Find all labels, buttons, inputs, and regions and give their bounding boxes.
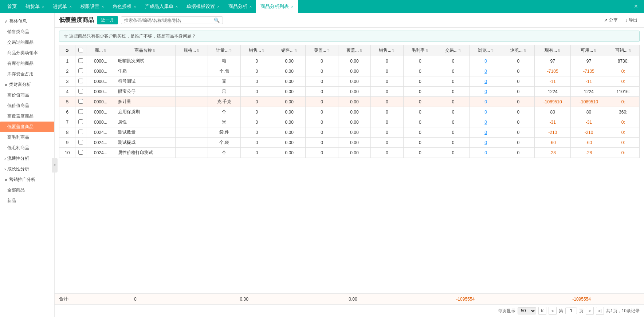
row-select-checkbox[interactable] [78,99,83,104]
col-sales-amt[interactable]: 销售...⇅ [273,45,305,56]
row-code: 0024... [86,138,115,148]
row-select-checkbox[interactable] [78,150,83,155]
search-input[interactable] [124,18,214,23]
row-browse1[interactable]: 0 [470,87,502,97]
sidebar-item-stocked-goods[interactable]: 有库存的商品 [0,58,54,69]
col-cov2[interactable]: 覆盖...⇅ [338,45,370,56]
row-select-checkbox[interactable] [78,89,83,94]
row-select-checkbox[interactable] [78,79,83,83]
row-browse1[interactable]: 0 [470,97,502,107]
page-number-input[interactable] [565,308,577,314]
col-unit[interactable]: 计量...⇅ [208,45,240,56]
row-browse1[interactable]: 0 [470,107,502,117]
sidebar-collapse-button[interactable]: « [52,158,58,173]
col-sales-qty[interactable]: 销售...⇅ [240,45,273,56]
col-checkbox[interactable] [75,45,86,56]
row-checkbox[interactable] [75,127,86,138]
row-name: 属性 [115,117,176,127]
row-checkbox[interactable] [75,117,86,127]
row-browse2: 0 [502,138,534,148]
nav-close-sales[interactable]: × [42,4,44,9]
col-current[interactable]: 现有...⇅ [535,45,571,56]
row-browse1[interactable]: 0 [470,76,502,87]
sidebar-section-marketing[interactable]: ∨ 营销推广分析 [0,174,54,185]
sidebar-item-all-goods[interactable]: 全部商品 [0,185,54,195]
row-select-checkbox[interactable] [78,130,83,134]
row-checkbox[interactable] [75,107,86,117]
nav-item-home[interactable]: 首页 [3,0,21,13]
row-checkbox[interactable] [75,138,86,148]
per-page-select[interactable]: 50 20 100 200 [518,307,536,314]
row-select-checkbox[interactable] [78,58,83,63]
row-browse1[interactable]: 0 [470,148,502,158]
nav-close-analysis[interactable]: × [250,4,252,9]
export-button[interactable]: ↓ 导出 [623,16,640,24]
row-checkbox[interactable] [75,56,86,66]
sidebar-item-new-goods[interactable]: 新品 [0,195,54,206]
col-sellable[interactable]: 可销...⇅ [607,45,639,56]
col-name[interactable]: 商品名称⇅ [115,45,176,56]
prev-page-button[interactable]: < [549,307,557,315]
nav-close-purchase[interactable]: × [69,4,71,9]
sidebar-item-inventory-capital[interactable]: 库存资金占用 [0,69,54,79]
row-checkbox[interactable] [75,97,86,107]
sidebar-section-flow[interactable]: › 流通性分析 [0,153,54,164]
row-browse1[interactable]: 0 [470,117,502,127]
nav-close-analysis-list[interactable]: × [291,4,293,9]
row-checkbox[interactable] [75,148,86,158]
window-close-button[interactable]: × [631,1,641,12]
row-browse1[interactable]: 0 [470,56,502,66]
sidebar-item-category-rate[interactable]: 商品分类动销率 [0,48,54,58]
row-select-checkbox[interactable] [78,119,83,124]
col-spec[interactable]: 规格...⇅ [175,45,208,56]
col-browse1[interactable]: 浏览...⇅ [470,45,502,56]
nav-item-sales[interactable]: 销货单 × [21,0,48,13]
next-page-button[interactable]: > [586,307,594,315]
share-button[interactable]: ↗ 分享 [602,16,620,24]
row-checkbox[interactable] [75,76,86,87]
row-select-checkbox[interactable] [78,140,83,144]
sidebar-item-low-value[interactable]: 低价值商品 [0,100,54,111]
col-sales2[interactable]: 销售...⇅ [371,45,403,56]
sidebar-item-traded-goods[interactable]: 交易过的商品 [0,37,54,48]
col-code[interactable]: 商...⇅ [86,45,115,56]
sidebar-item-low-coverage[interactable]: 低覆盖度商品 [0,122,54,132]
row-checkbox[interactable] [75,87,86,97]
col-trade[interactable]: 交易...⇅ [437,45,469,56]
sidebar-item-high-gross[interactable]: 高毛利商品 [0,132,54,143]
row-select-checkbox[interactable] [78,109,83,114]
last-page-button[interactable]: >| [596,307,604,315]
col-browse2[interactable]: 浏览...⇅ [502,45,534,56]
select-all-checkbox[interactable] [78,48,83,52]
row-sales-qty: 0 [240,117,273,127]
sidebar-item-sales-goods[interactable]: 销售类商品 [0,27,54,37]
nav-item-analysis-list[interactable]: 商品分析列表 × [256,0,298,13]
sidebar-item-high-coverage[interactable]: 高覆盖度商品 [0,111,54,122]
nav-close-permissions[interactable]: × [102,4,104,9]
nav-item-purchase[interactable]: 进货单 × [48,0,76,13]
sidebar-section-overall[interactable]: ✓ 整体信息 [0,16,54,27]
nav-close-templates[interactable]: × [217,4,219,9]
nav-item-products[interactable]: 产成品入库单 × [141,0,182,13]
col-settings[interactable]: ⚙ [59,45,75,56]
row-browse1[interactable]: 0 [470,66,502,76]
row-select-checkbox[interactable] [78,68,83,73]
sidebar-item-low-gross[interactable]: 低毛利商品 [0,143,54,153]
nav-item-permissions[interactable]: 权限设置 × [76,0,108,13]
nav-item-analysis[interactable]: 商品分析 × [224,0,256,13]
row-browse1[interactable]: 0 [470,127,502,138]
nav-close-roles[interactable]: × [134,4,136,9]
sidebar-section-growth[interactable]: › 成长性分析 [0,164,54,174]
time-filter-button[interactable]: 近一月 [97,16,118,24]
first-page-button[interactable]: K [538,307,546,315]
row-browse1[interactable]: 0 [470,138,502,148]
sidebar-section-richness[interactable]: ∨ 类财富分析 [0,79,54,90]
row-checkbox[interactable] [75,66,86,76]
nav-item-templates[interactable]: 单据模板设置 × [182,0,224,13]
col-gross-rate[interactable]: 毛利率⇅ [403,45,437,56]
sidebar-item-high-value[interactable]: 高价值商品 [0,90,54,100]
col-available[interactable]: 可用...⇅ [571,45,607,56]
nav-item-roles[interactable]: 角色授权 × [108,0,140,13]
nav-close-products[interactable]: × [176,4,178,9]
col-cov1[interactable]: 覆盖...⇅ [306,45,338,56]
